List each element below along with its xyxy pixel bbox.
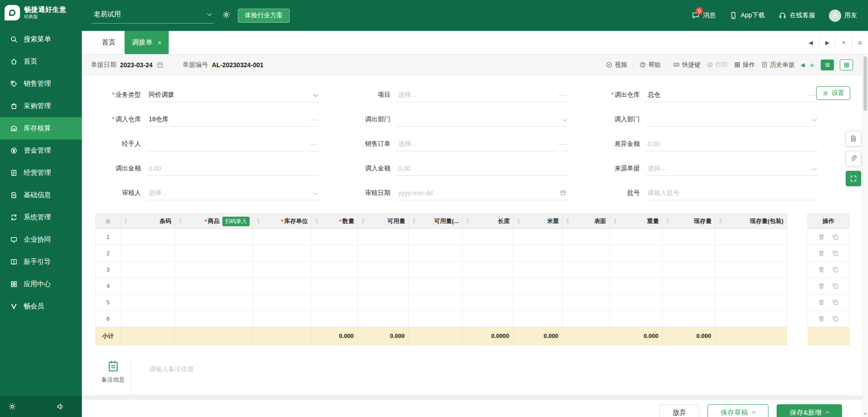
col-meter-weight[interactable]: 米重	[513, 213, 562, 229]
cell[interactable]	[120, 294, 175, 311]
cell[interactable]	[610, 311, 662, 327]
delete-row-icon[interactable]	[818, 299, 825, 306]
save-and-new-button[interactable]: 保存&新增	[777, 404, 842, 417]
cell[interactable]	[513, 262, 562, 278]
in-department-select[interactable]	[645, 112, 818, 127]
online-service-button[interactable]: 在线客服	[778, 11, 815, 20]
cell[interactable]	[358, 229, 409, 245]
delete-row-icon[interactable]	[818, 266, 825, 273]
ellipsis-icon[interactable]: ···	[559, 141, 567, 147]
sort-icon[interactable]	[178, 218, 182, 224]
fullscreen-button[interactable]	[846, 171, 861, 186]
copy-row-icon[interactable]	[832, 250, 839, 257]
user-menu[interactable]: 用友	[829, 10, 857, 22]
help-button[interactable]: 帮助	[639, 61, 661, 69]
sort-icon[interactable]	[124, 218, 128, 224]
cell[interactable]	[409, 294, 462, 311]
cell[interactable]	[358, 278, 409, 294]
tab-scroll-left-button[interactable]: ◀	[803, 37, 819, 49]
cell[interactable]	[715, 229, 787, 245]
cell[interactable]	[513, 311, 562, 327]
diff-amount-input[interactable]: 0.00	[645, 137, 818, 151]
cell[interactable]	[253, 262, 311, 278]
attachment-button[interactable]	[846, 151, 861, 166]
tab-transfer-order[interactable]: 调拨单 ×	[125, 31, 169, 54]
out-amount-input[interactable]: 0.00	[146, 161, 320, 176]
topbar-settings-button[interactable]	[222, 10, 231, 20]
delete-row-icon[interactable]	[818, 283, 825, 289]
business-type-select[interactable]: 同价调拨	[146, 88, 320, 102]
cell[interactable]	[610, 262, 662, 278]
tab-scroll-right-button[interactable]: ▶	[819, 37, 835, 49]
doc-date-value[interactable]: 2023-03-24	[120, 61, 153, 69]
sidebar-item-app-center[interactable]: 应用中心	[0, 273, 82, 295]
cell[interactable]	[311, 229, 358, 245]
sidebar-item-member[interactable]: 畅会员	[0, 295, 82, 318]
messages-button[interactable]: 5 消息	[692, 11, 716, 20]
app-download-button[interactable]: App下载	[729, 11, 765, 20]
workspace-select[interactable]: 老易试用	[92, 7, 214, 24]
cell[interactable]	[311, 311, 358, 327]
scan-entry-button[interactable]: 扫码录入	[222, 217, 250, 226]
copy-row-icon[interactable]	[832, 233, 839, 240]
vertical-scrollbar[interactable]: ▼	[862, 55, 868, 417]
tab-close-icon[interactable]: ×	[158, 40, 161, 46]
sidebar-item-inventory[interactable]: 库存核算	[0, 117, 82, 139]
cell[interactable]	[513, 245, 562, 262]
cell[interactable]	[562, 262, 610, 278]
sort-icon[interactable]	[315, 218, 319, 224]
cell[interactable]	[562, 278, 610, 294]
out-warehouse-picker[interactable]: 总仓···	[645, 88, 818, 102]
cell[interactable]	[409, 278, 462, 294]
cell[interactable]	[175, 294, 253, 311]
cell[interactable]	[610, 229, 662, 245]
sidebar-item-funds[interactable]: 资金管理	[0, 139, 82, 162]
cell[interactable]	[610, 278, 662, 294]
cell[interactable]	[662, 245, 715, 262]
col-quantity[interactable]: *数量	[311, 213, 358, 229]
cell[interactable]	[358, 294, 409, 311]
col-available[interactable]: 可用量	[358, 213, 409, 229]
cell[interactable]	[409, 229, 462, 245]
tab-list-menu-button[interactable]: ≡	[852, 37, 868, 49]
col-stock-pkg[interactable]: 现存量(包装)	[715, 213, 787, 229]
cell[interactable]	[662, 262, 715, 278]
cell[interactable]	[358, 311, 409, 327]
scroll-down-arrow[interactable]: ▼	[863, 412, 868, 416]
cell[interactable]	[311, 278, 358, 294]
cell[interactable]	[562, 311, 610, 327]
save-draft-button[interactable]: 保存草稿	[707, 404, 768, 417]
grid-settings-button[interactable]: 设置	[816, 86, 850, 100]
col-available-pkg[interactable]: 可用量(...	[409, 213, 462, 229]
cell[interactable]	[253, 245, 311, 262]
sort-icon[interactable]	[566, 218, 570, 224]
history-documents-button[interactable]: 历史单据	[761, 61, 795, 69]
project-picker[interactable]: 选择...···	[396, 88, 569, 102]
sort-icon[interactable]	[517, 218, 521, 224]
cell[interactable]	[175, 278, 253, 294]
sidebar-item-base-info[interactable]: 基础信息	[0, 184, 82, 206]
copy-row-icon[interactable]	[832, 299, 839, 306]
cell[interactable]	[662, 294, 715, 311]
operate-menu-button[interactable]: 操作	[734, 61, 755, 69]
auditor-select[interactable]: 选择...	[146, 186, 320, 200]
delete-row-icon[interactable]	[818, 315, 825, 322]
cell[interactable]	[409, 262, 462, 278]
next-document-button[interactable]: ▶	[811, 62, 815, 68]
sort-icon[interactable]	[718, 218, 722, 224]
cell[interactable]	[513, 294, 562, 311]
card-view-toggle[interactable]	[840, 60, 853, 70]
batch-no-input[interactable]: 请输入批号	[645, 186, 818, 200]
cell[interactable]	[311, 294, 358, 311]
cell[interactable]	[610, 294, 662, 311]
sort-icon[interactable]	[466, 218, 470, 224]
sort-icon[interactable]	[361, 218, 365, 224]
sort-icon[interactable]	[412, 218, 416, 224]
sales-order-picker[interactable]: 选择...···	[396, 137, 569, 151]
cell[interactable]	[253, 229, 311, 245]
cell[interactable]	[311, 245, 358, 262]
copy-row-icon[interactable]	[832, 283, 839, 289]
cell[interactable]	[253, 294, 311, 311]
cell[interactable]	[409, 311, 462, 327]
audit-date-input[interactable]: yyyy-mm-dd	[396, 186, 569, 200]
